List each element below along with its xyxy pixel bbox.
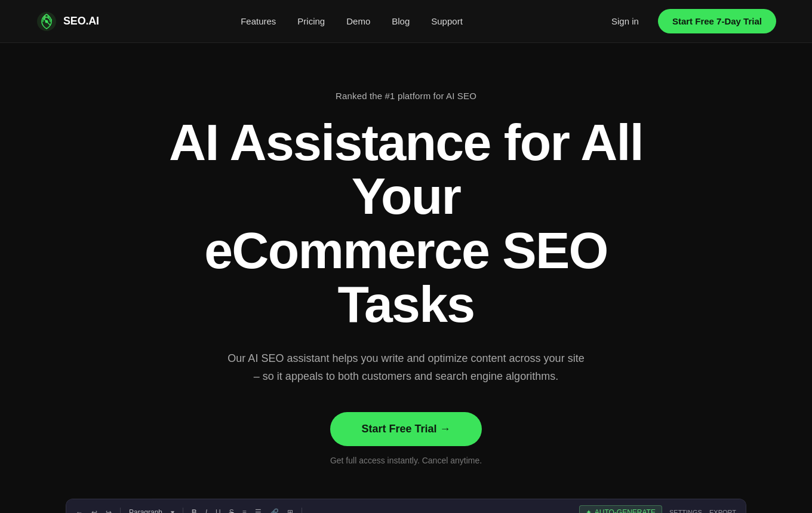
toolbar-back[interactable]: ← [76,508,83,513]
navbar: SEO.AI Features Pricing Demo Blog Suppor… [0,0,812,43]
toolbar-list-ul[interactable]: ≡ [242,508,247,513]
nav-blog[interactable]: Blog [392,16,410,26]
sign-in-button[interactable]: Sign in [604,11,646,31]
toolbar-divider-2 [183,508,183,513]
toolbar-underline[interactable]: U [216,508,221,513]
toolbar-bold[interactable]: B [192,508,197,513]
nav-pricing[interactable]: Pricing [297,16,325,26]
logo-text: SEO.AI [63,15,99,27]
toolbar-link[interactable]: 🔗 [270,508,279,513]
nav-right: Sign in Start Free 7-Day Trial [604,9,776,33]
hero-title-line1: AI Assistance for All Your [169,113,643,225]
hero-section: Ranked the #1 platform for AI SEO AI Ass… [0,43,812,513]
hero-cta-note: Get full access instantly. Cancel anytim… [330,456,482,465]
toolbar-chevron[interactable]: ▾ [171,508,174,513]
nav-links: Features Pricing Demo Blog Support [241,16,463,27]
toolbar-right: ✦ AUTO-GENERATE SETTINGS EXPORT [579,505,736,513]
toolbar-divider-1 [120,508,121,513]
autogen-button[interactable]: ✦ AUTO-GENERATE [579,505,662,513]
toolbar-export[interactable]: EXPORT [709,505,736,513]
toolbar-table[interactable]: ⊞ [287,508,293,513]
toolbar-redo[interactable]: ↪ [106,508,112,513]
dashboard-preview: ← ↩ ↪ Paragraph ▾ B I U S ≡ ☰ 🔗 ⊞ ✦ AUTO… [66,499,746,513]
hero-badge: Ranked the #1 platform for AI SEO [336,91,476,101]
toolbar-strikethrough[interactable]: S [229,508,234,513]
hero-title: AI Assistance for All Your eCommerce SEO… [137,115,675,331]
hero-title-line2: eCommerce SEO Tasks [204,222,608,333]
nav-features[interactable]: Features [241,16,276,26]
autogen-icon: ✦ [586,508,592,513]
autogen-label: AUTO-GENERATE [595,508,656,513]
svg-point-1 [45,20,48,23]
hero-subtitle: Our AI SEO assistant helps you write and… [227,350,585,385]
toolbar-undo[interactable]: ↩ [91,508,97,513]
nav-demo[interactable]: Demo [346,16,370,26]
logo[interactable]: SEO.AI [36,11,99,32]
hero-cta-button[interactable]: Start Free Trial → [330,412,481,446]
toolbar-paragraph[interactable]: Paragraph [129,508,162,513]
editor-toolbar: ← ↩ ↪ Paragraph ▾ B I U S ≡ ☰ 🔗 ⊞ ✦ AUTO… [66,499,746,513]
toolbar-settings[interactable]: SETTINGS [669,505,702,513]
toolbar-italic[interactable]: I [205,508,207,513]
toolbar-list-ol[interactable]: ☰ [255,508,262,513]
nav-trial-button[interactable]: Start Free 7-Day Trial [658,9,776,33]
nav-support[interactable]: Support [431,16,463,26]
logo-icon [36,11,57,32]
toolbar-divider-3 [302,508,302,513]
